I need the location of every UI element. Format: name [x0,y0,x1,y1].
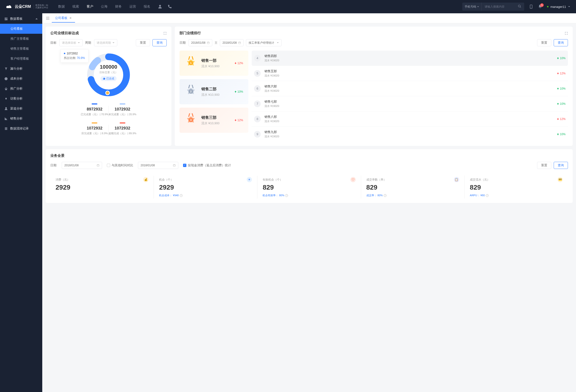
sidebar-item[interactable]: 数据流转记录 [0,123,42,133]
reset-button[interactable]: 重置 [136,39,150,46]
close-icon[interactable]: ✕ [69,16,72,20]
top-header: 云朵CRM 教育机构一站 式服务云平台 数据线索客户公海财务运营报名 手机号码 … [0,0,576,13]
sidebar-item[interactable]: 推广主管看板 [0,34,42,44]
svg-rect-7 [239,42,241,44]
donut-center: 100000 目标总量（元） 已达成 [99,64,118,81]
username: manager11 [550,5,566,8]
logo[interactable]: 云朵CRM 教育机构一站 式服务云平台 [6,4,48,9]
date-from[interactable]: 2018/01/08 [189,39,212,46]
nav-item[interactable]: 报名 [143,3,151,10]
rank-top3: 1销售一部流水 ¥10,90012%2销售二部流水 ¥10,90010%3销售三… [179,51,248,142]
search-input[interactable] [482,5,515,8]
svg-rect-6 [207,42,209,44]
sidebar-item[interactable]: 销售分析 [0,114,42,123]
calendar-icon [173,164,176,167]
nav-item[interactable]: 数据 [58,3,65,10]
user-icon[interactable] [158,4,162,9]
sidebar: 数据看板 公司看板推广主管看板销售主管看板客户经理看板 漏斗分析成本分析推广分析… [0,13,42,392]
target-select[interactable]: 请选择目标 [59,39,83,46]
checkbox-icon [107,164,110,167]
menu-item-icon [4,87,8,90]
expand-icon[interactable] [565,31,568,35]
help-icon[interactable]: ? [285,194,288,197]
notification-bell[interactable]: 5 [538,4,542,9]
user-menu[interactable]: manager11 [547,5,570,8]
rank-row[interactable]: 5销售五部流水 ¥1902012% [252,66,568,81]
reset-button[interactable]: 重置 [537,39,551,46]
period-select[interactable]: 请选择周期 [94,39,117,46]
rank-row[interactable]: 7销售七部流水 ¥1902010% [252,96,568,111]
tab-company-board[interactable]: 公司看板 ✕ [52,14,75,23]
overview-date2[interactable]: 2018/01/08 [138,162,178,169]
rank-number: 6 [254,85,261,92]
rank-top-item[interactable]: 3销售三部流水 ¥10,90012% [179,108,248,133]
stat-sub: 成交率： 80%? [366,194,459,197]
cash-checkbox[interactable]: 按现金消费（返点后消费）统计 [183,163,231,168]
svg-text:1: 1 [190,61,192,64]
sidebar-item[interactable]: 客户经理看板 [0,54,42,64]
rank-filters: 日期 2018/01/08 至 2018/01/08 按工单客户经理统计 [179,39,568,46]
sidebar-item[interactable]: 漏斗分析 [0,64,42,74]
sidebar-item[interactable]: 推广分析 [0,84,42,94]
stat-sub: 机会有效率： 80%? [262,194,355,197]
expand-icon[interactable] [163,31,167,35]
stat-icon: 💳 [557,177,563,182]
svg-rect-18 [173,165,175,167]
card-title: 公司业绩目标达成 [50,31,79,35]
rank-row[interactable]: 4销售四部流水 ¥1902010% [252,51,568,66]
sidebar-group-header[interactable]: 数据看板 [0,14,42,24]
query-button[interactable]: 查询 [152,39,167,46]
nav-item[interactable]: 客户 [86,3,94,10]
top-nav: 数据线索客户公海财务运营报名 [58,3,151,10]
menu-item-icon [4,67,8,71]
sidebar-item[interactable]: 成本分析 [0,74,42,84]
menu-item-icon [4,107,8,111]
label-date: 日期 [50,163,57,168]
rank-top-item[interactable]: 1销售一部流水 ¥10,90012% [179,51,248,76]
date-to[interactable]: 2018/01/08 [220,39,244,46]
rank-row[interactable]: 6销售六部流水 ¥1902010% [252,81,568,96]
nav-item[interactable]: 公海 [100,3,108,10]
stat-sub: ARPU： ¥80? [470,194,563,197]
label-target: 目标 [50,41,57,45]
rank-number: 5 [254,70,261,77]
nav-item[interactable]: 线索 [72,3,80,10]
sidebar-item[interactable]: 销售主管看板 [0,44,42,54]
reset-button[interactable]: 重置 [537,162,551,169]
query-button[interactable]: 查询 [554,162,568,169]
compare-checkbox[interactable]: 与其他时间对比 [107,163,133,168]
stat-label: 机会（个） [159,178,173,182]
phone-icon[interactable] [167,4,172,9]
menu-icon [46,17,49,20]
chevron-down-icon [78,42,80,44]
overview-date1[interactable]: 2018/01/08 [62,162,102,169]
help-icon[interactable]: ? [486,194,489,197]
stat-by-select[interactable]: 按工单客户经理统计 [246,39,282,46]
top-right: 手机号码 5 manager11 [462,3,570,11]
query-button[interactable]: 查询 [554,39,568,46]
sidebar-item[interactable]: 公司看板 [0,24,42,34]
help-icon[interactable]: ? [180,194,183,197]
stat-item: 1072932应完成量（元） | 8.9% [81,122,109,135]
rank-number: 8 [254,116,261,122]
calendar-icon [207,41,210,44]
donut-chart: 1072932 所占比例: 70.9% 100000 目标总量（元） [50,51,167,135]
sidebar-item[interactable]: 渠道分析 [0,104,42,114]
rank-row[interactable]: 8销售八部流水 ¥1902012% [252,111,568,127]
nav-item[interactable]: 运营 [129,3,137,10]
rank-row[interactable]: 9销售九部流水 ¥1902010% [252,127,568,142]
rank-top-item[interactable]: 2销售二部流水 ¥10,90010% [179,79,248,104]
overview-filters: 日期 2018/01/08 与其他时间对比 2018/01/08 [50,162,568,169]
sidebar-toggle[interactable] [45,15,51,21]
nav-item[interactable]: 财务 [115,3,122,10]
stat-icon: 🛡 [350,177,356,182]
stat-value: 2929 [159,184,252,191]
help-icon[interactable]: ? [384,194,387,197]
search-button[interactable] [515,4,524,9]
search-box: 手机号码 [462,3,524,11]
sidebar-item[interactable]: 访客分析 [0,94,42,104]
search-type-select[interactable]: 手机号码 [462,3,482,11]
mobile-icon[interactable] [529,4,533,9]
target-filters: 目标 请选择目标 周期 请选择周期 重置 查询 [50,39,167,46]
target-stats: 8972932已完成量（元） | 70.9%1072932未完成量（元） | 2… [81,103,136,135]
